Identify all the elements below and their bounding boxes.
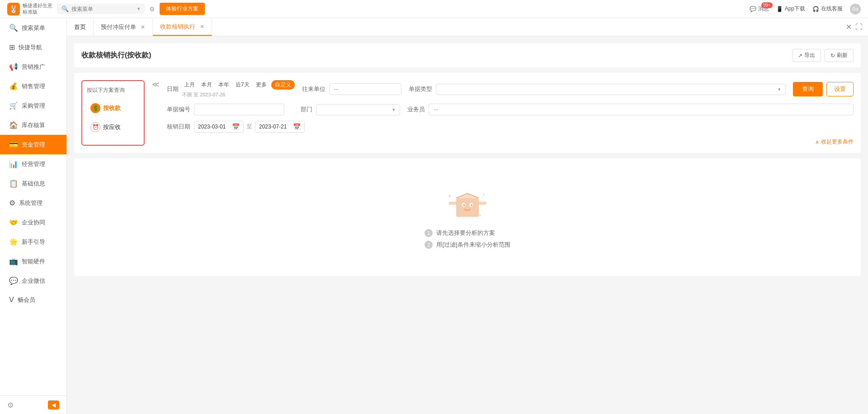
date-this-year[interactable]: 本年	[217, 80, 231, 90]
filter-by-receivable[interactable]: ⏰ 按应收	[87, 120, 139, 134]
solution-button[interactable]: 体验行业方案	[160, 3, 205, 15]
user-avatar[interactable]: Rit	[850, 4, 861, 14]
sidebar-item-sales[interactable]: 💰 销售管理	[0, 76, 66, 96]
date-7days[interactable]: 近7天	[234, 80, 251, 90]
staff-dots: ···	[434, 106, 438, 113]
sidebar: 🔍 搜索菜单 ⊞ 快捷导航 📢 营销推广 💰 销售管理 🛒 采购管理 🏠 库存核…	[0, 18, 67, 414]
sidebar-item-marketing[interactable]: 📢 营销推广	[0, 57, 66, 76]
calendar-icon: 📅	[232, 123, 240, 130]
filter-doctype-field: 单据类型 ▾	[409, 84, 786, 95]
sidebar-item-operation[interactable]: 📊 经营管理	[0, 154, 66, 174]
topbar-search-input[interactable]	[71, 6, 135, 12]
tip-num-1: 1	[425, 229, 433, 237]
query-button[interactable]: 查询	[793, 82, 823, 96]
phone-icon: 📱	[776, 6, 783, 12]
calendar-icon-end: 📅	[293, 123, 301, 130]
date-more[interactable]: 更多	[254, 80, 269, 90]
wechat-icon: 💬	[9, 276, 18, 285]
sidebar-gear-icon[interactable]: ⚙	[7, 401, 14, 409]
counterparty-select[interactable]: ···	[329, 83, 401, 95]
home-icon: ⊞	[9, 43, 15, 52]
hardware-icon: 📺	[9, 257, 18, 266]
date-last-month[interactable]: 上月	[182, 80, 197, 90]
filter-scheme-selector: 按以下方案查询 💲 按收款 ⏰ 按应收	[81, 80, 145, 146]
writeoff-date-start-input[interactable]: 2023-03-01 📅	[194, 121, 244, 133]
search-icon: 🔍	[9, 24, 18, 32]
empty-tip-2: 2 用[过滤]条件来缩小分析范围	[425, 241, 510, 249]
system-icon: ⚙	[9, 199, 15, 207]
receivable-icon: ⏰	[90, 122, 100, 132]
tab-close-prepay[interactable]: ✕	[141, 24, 145, 30]
dept-select[interactable]: ▾	[316, 104, 400, 115]
inventory-icon: 🏠	[9, 121, 18, 129]
sidebar-item-inventory[interactable]: 🏠 库存核算	[0, 115, 66, 135]
sales-icon: 💰	[9, 82, 18, 90]
docno-label: 单据编号	[167, 105, 190, 114]
export-button[interactable]: ↗ 导出	[792, 49, 821, 62]
date-custom[interactable]: 自定义	[271, 80, 295, 90]
filter-by-receipt[interactable]: 💲 按收款	[87, 101, 139, 115]
date-shortcuts: 上月 本月 本年 近7天 更多 自定义	[182, 80, 295, 90]
sidebar-collapse-button[interactable]: ◀	[48, 400, 59, 409]
tab-receipt-writeoff[interactable]: 收款核销执行 ✕	[153, 18, 212, 36]
basic-icon: 📋	[9, 179, 18, 188]
topbar-search-box[interactable]: 🔍 ▾	[57, 4, 145, 14]
setting-button[interactable]: 设置	[826, 82, 854, 96]
online-service-button[interactable]: 🎧 在线客服	[812, 5, 843, 13]
main-layout: 🔍 搜索菜单 ⊞ 快捷导航 📢 营销推广 💰 销售管理 🛒 采购管理 🏠 库存核…	[0, 18, 868, 414]
date-this-month[interactable]: 本月	[199, 80, 214, 90]
sidebar-item-system[interactable]: ⚙ 系统管理	[0, 193, 66, 213]
sidebar-item-shortcut[interactable]: ⊞ 快捷导航	[0, 38, 66, 57]
tab-prepay[interactable]: 预付冲应付单 ✕	[94, 18, 153, 36]
filter-actions: 查询 设置	[793, 82, 854, 96]
message-button[interactable]: 💬 消息 99+	[750, 5, 769, 13]
filter-date-field: 日期 上月 本月 本年 近7天 更多 自定义 不限 至	[167, 80, 295, 98]
page-actions: ↗ 导出 ↻ 刷新	[792, 49, 854, 62]
page-content: 收款核销执行(按收款) ↗ 导出 ↻ 刷新 按以下方案查询	[67, 36, 868, 414]
page-title: 收款核销执行(按收款)	[81, 51, 151, 60]
svg-text:✦: ✦	[448, 194, 451, 198]
sidebar-item-finance[interactable]: 💳 资金管理	[0, 135, 66, 154]
window-expand-icon[interactable]: ⛶	[855, 23, 863, 31]
search-icon: 🔍	[61, 5, 69, 12]
tab-home[interactable]: 首页	[67, 18, 94, 36]
guide-icon: 🌟	[9, 238, 18, 246]
gear-icon[interactable]: ⚙	[149, 5, 155, 13]
app-download-button[interactable]: 📱 App下载	[776, 5, 805, 13]
topbar-right-actions: 💬 消息 99+ 📱 App下载 🎧 在线客服 Rit	[750, 4, 861, 14]
chevron-down-icon: ▾	[137, 6, 140, 12]
tab-close-receipt-writeoff[interactable]: ✕	[200, 24, 204, 30]
date-sub-text: 不限 至 2023-07-26	[182, 91, 295, 98]
sidebar-item-purchase[interactable]: 🛒 采购管理	[0, 96, 66, 115]
collapse-more-button[interactable]: ∧ 收起更多条件	[815, 138, 854, 146]
sidebar-item-basic[interactable]: 📋 基础信息	[0, 174, 66, 193]
doctype-select[interactable]: ▾	[436, 84, 786, 95]
svg-rect-0	[456, 198, 479, 217]
message-badge: 99+	[761, 2, 773, 8]
docno-input[interactable]	[194, 104, 284, 115]
refresh-button[interactable]: ↻ 刷新	[825, 49, 854, 62]
writeoff-date-end-input[interactable]: 2023-07-21 📅	[255, 121, 305, 133]
window-close-icon[interactable]: ✕	[846, 23, 852, 31]
filter-panel: 按以下方案查询 💲 按收款 ⏰ 按应收 ≪	[74, 73, 861, 153]
empty-illustration: ✦ ✦ ✦	[445, 186, 490, 222]
sidebar-item-wechat[interactable]: 💬 企业微信	[0, 271, 66, 290]
filter-dept-field: 部门 ▾	[301, 104, 400, 115]
sidebar-item-enterprise[interactable]: 🤝 企业协同	[0, 213, 66, 232]
sidebar-item-search[interactable]: 🔍 搜索菜单	[0, 18, 66, 38]
collapse-more-icon: ∧	[815, 139, 819, 145]
sidebar-item-member[interactable]: V 畅会员	[0, 290, 66, 309]
enterprise-icon: 🤝	[9, 218, 18, 227]
svg-point-3	[463, 205, 465, 206]
empty-tip-1: 1 请先选择要分析的方案	[425, 229, 510, 237]
sidebar-item-guide[interactable]: 🌟 新手引导	[0, 232, 66, 252]
tabbar-window-controls: ✕ ⛶	[846, 23, 868, 31]
page-title-bar: 收款核销执行(按收款) ↗ 导出 ↻ 刷新	[74, 43, 861, 67]
staff-select[interactable]: ···	[429, 104, 854, 115]
headset-icon: 🎧	[812, 6, 819, 12]
operation-icon: 📊	[9, 160, 18, 168]
filter-collapse-button[interactable]: ≪	[150, 80, 161, 89]
finance-icon: 💳	[9, 140, 18, 149]
refresh-icon: ↻	[830, 52, 835, 59]
sidebar-item-hardware[interactable]: 📺 智能硬件	[0, 252, 66, 271]
